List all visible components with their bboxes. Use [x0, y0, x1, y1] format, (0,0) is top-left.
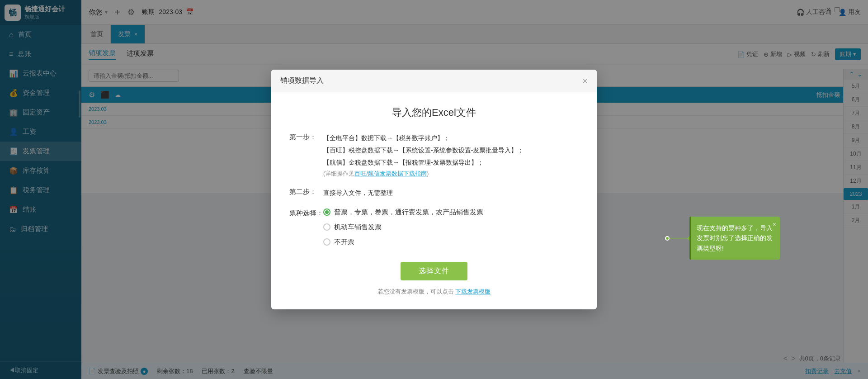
tooltip-text: 现在支持的票种多了，导入发票时别忘了选择正确的发票类型呀! — [697, 224, 773, 252]
select-file-button[interactable]: 选择文件 — [401, 262, 467, 280]
radio-none-btn[interactable] — [323, 238, 330, 246]
radio-normal-btn[interactable] — [323, 208, 330, 216]
radio-none[interactable]: 不开票 — [323, 238, 483, 246]
step2-content: 直接导入文件，无需整理 — [323, 187, 393, 199]
step1-guide-link[interactable]: 百旺/航信发票数据下载指南 — [354, 170, 427, 177]
tooltip-dot — [665, 236, 670, 241]
radio-motor[interactable]: 机动车销售发票 — [323, 223, 483, 232]
step1-link-paren: (详细操作见百旺/航信发票数据下载指南) — [323, 168, 524, 180]
modal-dialog: 销项数据导入 × 导入您的Excel文件 第一步： 【全电平台】数据下载→【税务… — [271, 70, 597, 309]
modal-close-button[interactable]: × — [582, 76, 588, 85]
tooltip-close-button[interactable]: × — [773, 219, 776, 229]
radio-none-label: 不开票 — [334, 238, 354, 246]
step2-label: 第二步： — [289, 187, 323, 199]
step1-line-1: 【全电平台】数据下载→【税务数字账户】； — [323, 132, 524, 144]
step1-label: 第一步： — [289, 132, 323, 179]
ticket-select-row: 票种选择： 普票，专票，卷票，通行费发票，农产品销售发票 机动车销售发票 — [289, 208, 579, 253]
radio-motor-label: 机动车销售发票 — [334, 223, 382, 232]
step2-row: 第二步： 直接导入文件，无需整理 — [289, 187, 579, 199]
radio-normal-label: 普票，专票，卷票，通行费发票，农产品销售发票 — [334, 208, 483, 217]
step1-content: 【全电平台】数据下载→【税务数字账户】； 【百旺】税控盘数据下载→【系统设置-系… — [323, 132, 524, 179]
modal-title: 销项数据导入 — [280, 76, 324, 85]
radio-dot — [325, 210, 329, 214]
download-template-link[interactable]: 下载发票模版 — [455, 288, 491, 295]
tooltip-popup: × 现在支持的票种多了，导入发票时别忘了选择正确的发票类型呀! — [689, 217, 780, 260]
modal-main-title: 导入您的Excel文件 — [289, 106, 579, 119]
tooltip-line — [667, 238, 688, 238]
tooltip-bar — [689, 217, 691, 260]
radio-normal[interactable]: 普票，专票，卷票，通行费发票，农产品销售发票 — [323, 208, 483, 217]
step1-row: 第一步： 【全电平台】数据下载→【税务数字账户】； 【百旺】税控盘数据下载→【系… — [289, 132, 579, 179]
modal-header: 销项数据导入 × — [271, 70, 597, 92]
radio-motor-btn[interactable] — [323, 223, 330, 231]
modal-footer: 若您没有发票模版，可以点击 下载发票模版 — [289, 288, 579, 296]
step1-line-3: 【航信】金税盘数据下载→【报税管理-发票数据导出】； — [323, 156, 524, 169]
radio-group: 普票，专票，卷票，通行费发票，农产品销售发票 机动车销售发票 不开票 — [323, 208, 483, 253]
modal-body: 导入您的Excel文件 第一步： 【全电平台】数据下载→【税务数字账户】； 【百… — [271, 92, 597, 309]
select-file-container: 选择文件 — [289, 262, 579, 280]
ticket-label: 票种选择： — [289, 208, 323, 218]
modal-overlay[interactable]: 销项数据导入 × 导入您的Excel文件 第一步： 【全电平台】数据下载→【税务… — [0, 0, 868, 379]
step1-line-2: 【百旺】税控盘数据下载→【系统设置-系统参数设置-发票批量导入】； — [323, 144, 524, 156]
